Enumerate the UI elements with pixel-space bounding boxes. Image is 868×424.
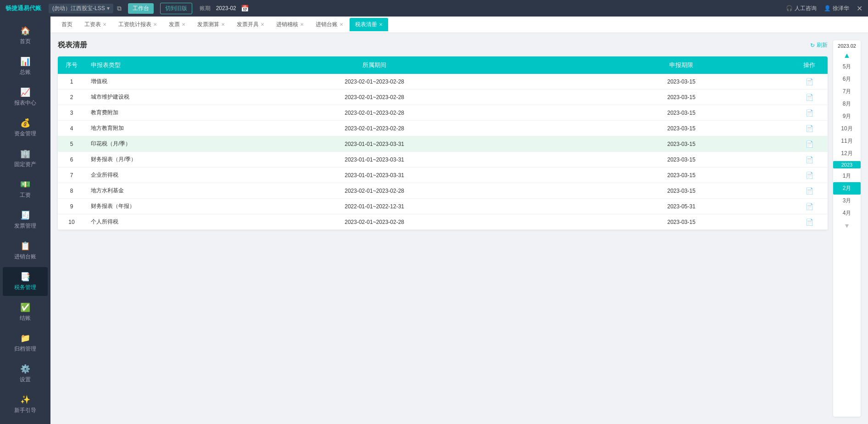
sidebar-item-reports[interactable]: 📈 报表中心 — [3, 83, 48, 112]
cell-type: 城市维护建设税 — [85, 89, 177, 105]
tab-invoice[interactable]: 发票 ✕ — [163, 18, 191, 31]
table-row: 8 地方水利基金 2023-02-01~2023-02-28 2023-03-1… — [58, 183, 828, 199]
sidebar-label-archive: 归档管理 — [14, 345, 36, 353]
cell-type: 地方教育附加 — [85, 121, 177, 136]
cell-action: 📄 — [791, 136, 828, 152]
cell-type: 印花税（月/季） — [85, 136, 177, 152]
tab-close-salary[interactable]: ✕ — [103, 22, 106, 27]
switch-old-button[interactable]: 切到旧版 — [160, 3, 192, 14]
page-title: 税表清册 — [58, 40, 87, 50]
sidebar-item-guide[interactable]: ✨ 新手引导 — [3, 390, 48, 419]
home-icon: 🏠 — [20, 26, 30, 36]
action-doc-icon[interactable]: 📄 — [806, 125, 813, 132]
sidebar-item-archive[interactable]: 📁 归档管理 — [3, 329, 48, 357]
month-9-2022[interactable]: 9月 — [833, 110, 861, 123]
tab-close-sales-ledger[interactable]: ✕ — [339, 22, 343, 27]
table-row: 7 企业所得税 2023-01-01~2023-03-31 2023-03-15… — [58, 167, 828, 183]
action-doc-icon[interactable]: 📄 — [806, 156, 813, 163]
close-button[interactable]: ✕ — [857, 4, 862, 13]
tax-icon: 📑 — [20, 272, 30, 282]
sidebar-label-assets: 固定资产 — [14, 161, 36, 168]
sales-ledger-icon: 📋 — [20, 241, 30, 251]
table-row: 10 个人所得税 2023-02-01~2023-02-28 2023-03-1… — [58, 214, 828, 230]
tab-close-invoice[interactable]: ✕ — [182, 22, 185, 27]
calendar-icon[interactable]: 📅 — [241, 5, 249, 12]
company-dropdown-icon[interactable]: ▾ — [107, 5, 110, 11]
cell-deadline: 2023-03-15 — [572, 214, 791, 230]
month-8-2022[interactable]: 8月 — [833, 98, 861, 110]
tab-close-salary-stats[interactable]: ✕ — [153, 22, 157, 27]
guide-icon: ✨ — [20, 395, 30, 405]
action-doc-icon[interactable]: 📄 — [806, 203, 813, 210]
tab-sales-ledger[interactable]: 进销台账 ✕ — [310, 18, 349, 31]
ai-consult-button[interactable]: 🎧 人工咨询 — [786, 5, 817, 12]
calendar-down-nav[interactable]: ▾ — [845, 221, 849, 230]
cell-id: 4 — [58, 121, 85, 136]
sidebar-item-member[interactable]: 👑 畅会员 — [3, 421, 48, 424]
action-doc-icon[interactable]: 📄 — [806, 78, 813, 85]
month-12-2022[interactable]: 12月 — [833, 147, 861, 160]
sidebar-item-close-accounts[interactable]: ✅ 结账 — [3, 298, 48, 327]
tab-invoice-calc[interactable]: 发票测算 ✕ — [192, 18, 230, 31]
tab-invoice-issue[interactable]: 发票开具 ✕ — [231, 18, 270, 31]
action-doc-icon[interactable]: 📄 — [806, 140, 813, 148]
right-panel: 2023.02 ▲ 5月 6月 7月 8月 9月 10月 11月 12月 202… — [833, 40, 861, 417]
action-doc-icon[interactable]: 📄 — [806, 94, 813, 101]
cell-deadline: 2023-03-15 — [572, 121, 791, 136]
sidebar-label-sales-ledger: 进销台账 — [14, 253, 36, 261]
workbench-button[interactable]: 工作台 — [128, 3, 154, 14]
sidebar-item-salary[interactable]: 💵 工资 — [3, 175, 48, 204]
tab-home[interactable]: 首页 — [56, 18, 78, 31]
sidebar-item-assets[interactable]: 🏢 固定资产 — [3, 144, 48, 173]
month-10-2022[interactable]: 10月 — [833, 123, 861, 135]
sidebar-label-guide: 新手引导 — [14, 407, 36, 414]
settings-icon: ⚙️ — [20, 364, 30, 374]
sidebar-item-funds[interactable]: 💰 资金管理 — [3, 113, 48, 142]
assets-icon: 🏢 — [20, 149, 30, 159]
tab-tax-register[interactable]: 税表清册 ✕ — [350, 18, 388, 31]
tab-close-sales-audit[interactable]: ✕ — [300, 22, 304, 27]
cell-deadline: 2023-03-15 — [572, 105, 791, 121]
action-doc-icon[interactable]: 📄 — [806, 172, 813, 179]
month-7-2022[interactable]: 7月 — [833, 85, 861, 98]
table-row: 2 城市维护建设税 2023-02-01~2023-02-28 2023-03-… — [58, 89, 828, 105]
sidebar-item-settings[interactable]: ⚙️ 设置 — [3, 359, 48, 388]
cell-period: 2023-01-01~2023-03-31 — [177, 167, 572, 183]
period-value: 2023-02 — [216, 5, 236, 11]
month-1-2023[interactable]: 1月 — [833, 170, 861, 182]
month-6-2022[interactable]: 6月 — [833, 73, 861, 85]
action-doc-icon[interactable]: 📄 — [806, 187, 813, 195]
tab-close-invoice-calc[interactable]: ✕ — [221, 22, 225, 27]
month-4-2023[interactable]: 4月 — [833, 207, 861, 219]
cell-id: 7 — [58, 167, 85, 183]
sidebar-label-home: 首页 — [20, 38, 31, 45]
month-3-2023[interactable]: 3月 — [833, 195, 861, 207]
tab-salary-table[interactable]: 工资表 ✕ — [79, 18, 112, 31]
top-bar-right: 🎧 人工咨询 👤 徐泽华 ✕ — [786, 4, 862, 13]
sidebar-item-home[interactable]: 🏠 首页 — [3, 21, 48, 50]
tab-close-tax-register[interactable]: ✕ — [379, 22, 383, 27]
table-row: 5 印花税（月/季） 2023-01-01~2023-03-31 2023-03… — [58, 136, 828, 152]
col-header-period: 所属期间 — [177, 56, 572, 74]
month-5-2022[interactable]: 5月 — [833, 61, 861, 73]
action-doc-icon[interactable]: 📄 — [806, 109, 813, 117]
page-header: 税表清册 ↻ 刷新 — [58, 40, 828, 50]
calendar-up-nav[interactable]: ▲ — [843, 51, 851, 60]
company-name[interactable]: (勿动）江西股宝-LSS ▾ — [49, 4, 113, 13]
sidebar-item-ledger[interactable]: 📊 总账 — [3, 52, 48, 81]
reports-icon: 📈 — [20, 87, 30, 97]
month-11-2022[interactable]: 11月 — [833, 135, 861, 147]
month-2-2023[interactable]: 2月 — [833, 182, 861, 195]
cell-id: 2 — [58, 89, 85, 105]
sidebar-item-invoice[interactable]: 🧾 发票管理 — [3, 206, 48, 234]
action-doc-icon[interactable]: 📄 — [806, 218, 813, 226]
user-info[interactable]: 👤 徐泽华 — [824, 5, 849, 12]
tab-close-invoice-issue[interactable]: ✕ — [261, 22, 264, 27]
tab-salary-stats[interactable]: 工资统计报表 ✕ — [113, 18, 162, 31]
cell-deadline: 2023-03-15 — [572, 89, 791, 105]
sidebar-item-sales-ledger[interactable]: 📋 进销台账 — [3, 236, 48, 265]
sidebar-item-tax[interactable]: 📑 税务管理 — [3, 267, 48, 296]
cell-deadline: 2023-03-15 — [572, 152, 791, 167]
refresh-button[interactable]: ↻ 刷新 — [810, 41, 828, 49]
tab-sales-audit[interactable]: 进销稽核 ✕ — [271, 18, 309, 31]
